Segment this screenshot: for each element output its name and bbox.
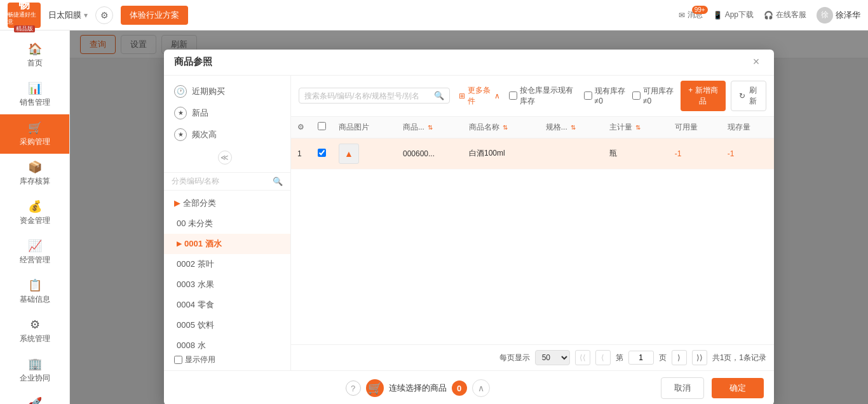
category-search-input[interactable] [172, 177, 273, 185]
search-icon[interactable]: 🔍 [434, 91, 444, 100]
collapse-icon: ∧ [478, 383, 484, 393]
spec-sort-icon: ⇅ [571, 124, 576, 131]
content-area: 查询 设置 刷新 商品参照 × 🕐 [70, 30, 868, 404]
service-nav-item[interactable]: 🎧 在线客服 [764, 10, 806, 20]
home-icon: 🏠 [28, 42, 42, 56]
quick-filter-new[interactable]: ★ 新品 [164, 102, 290, 124]
category-item-00[interactable]: 00 未分类 [164, 213, 290, 234]
sidebar-item-sales[interactable]: 📊 销售管理 [0, 75, 69, 114]
store-selector[interactable]: 日太阳膜 ▾ [48, 10, 88, 21]
store-chevron-icon: ▾ [84, 11, 88, 20]
pagination-bar: 每页显示 50 100 200 ⟨⟨ ⟨ 第 页 ⟩ [291, 344, 774, 370]
by-warehouse-label: 按仓库显示现有库存 [520, 85, 578, 107]
sidebar-item-inventory[interactable]: 📦 库存核算 [0, 154, 69, 193]
sidebar-item-basic[interactable]: 📋 基础信息 [0, 272, 69, 311]
store-name: 日太阳膜 [48, 10, 81, 21]
row-image: ▲ [332, 138, 397, 169]
top-navbar: 畅 畅捷通好生意 精品版 日太阳膜 ▾ ⚙ 体验行业方案 ✉ 消息 99+ 📱 … [0, 0, 868, 30]
table-refresh-button[interactable]: ↻ 刷新 [731, 81, 766, 111]
cancel-button[interactable]: 取消 [661, 377, 704, 399]
modal-close-button[interactable]: × [749, 55, 764, 70]
show-stopped-area: 显示停用 [164, 354, 290, 370]
settings-icon[interactable]: ⚙ [95, 6, 113, 24]
top-nav-right: ✉ 消息 99+ 📱 App下载 🎧 在线客服 徐 徐泽华 [679, 7, 860, 24]
sidebar-label-operation: 经营管理 [20, 255, 50, 266]
user-name: 徐泽华 [836, 10, 860, 21]
col-code: 商品... ⇅ [397, 117, 463, 138]
total-info: 共1页，1条记录 [712, 353, 766, 363]
row-available: -1 [668, 138, 721, 169]
available-ne0-checkbox[interactable] [584, 91, 592, 100]
sidebar-item-system[interactable]: ⚙ 系统管理 [0, 311, 69, 351]
category-item-0005[interactable]: 0005 饮料 [164, 315, 290, 335]
page-label: 第 [616, 353, 623, 363]
page-size-select[interactable]: 50 100 200 [535, 350, 570, 365]
sidebar-item-finance[interactable]: 💰 资金管理 [0, 193, 69, 232]
next-page-button[interactable]: ⟩ [672, 350, 687, 365]
page-number-input[interactable] [628, 351, 654, 365]
prev-page-button[interactable]: ⟨ [595, 350, 611, 365]
last-page-button[interactable]: ⟩⟩ [692, 350, 707, 365]
col-available: 可用量 [668, 117, 721, 138]
cart-icon[interactable]: 🛒 [366, 379, 384, 397]
category-search-icon[interactable]: 🔍 [273, 177, 283, 186]
by-warehouse-checkbox[interactable] [509, 91, 517, 100]
service-icon: 🎧 [764, 11, 773, 20]
table-header-row: ⚙ 商品图片 商品... ⇅ 商品名称 [291, 117, 774, 138]
collapse-footer-button[interactable]: ∧ [472, 379, 490, 397]
sidebar-item-purchase[interactable]: 🛒 采购管理 [0, 114, 69, 154]
category-item-all[interactable]: ▶ 全部分类 [164, 193, 290, 213]
operation-icon: 📈 [28, 239, 42, 253]
available-ne0-checkbox-group[interactable]: 现有库存≠0 [584, 86, 627, 105]
usable-ne0-checkbox-group[interactable]: 可用库存≠0 [632, 86, 675, 105]
purchase-icon: 🛒 [28, 121, 42, 135]
refresh-icon: ↻ [739, 91, 745, 100]
filter-icon: ⊞ [459, 91, 465, 100]
quick-filter-recent[interactable]: 🕐 近期购买 [164, 81, 290, 102]
quick-filter-frequent[interactable]: ★ 频次高 [164, 124, 290, 145]
quick-filter-new-label: 新品 [192, 107, 208, 119]
confirm-button[interactable]: 确定 [712, 378, 764, 398]
toolbar-right: + 新增商品 ↻ 刷新 [681, 81, 766, 111]
table-row[interactable]: 1 ▲ 000600... 白酒100ml 瓶 [291, 138, 774, 169]
category-item-0003[interactable]: 0003 水果 [164, 274, 290, 295]
help-button[interactable]: ? [346, 380, 361, 396]
right-content-panel: 🔍 ⊞ 更多条件 ∧ 按仓库显示现有库存 [291, 76, 774, 370]
row-select-checkbox[interactable] [318, 149, 326, 157]
user-nav-item[interactable]: 徐 徐泽华 [817, 7, 860, 24]
show-stopped-checkbox[interactable] [174, 356, 182, 364]
add-product-button[interactable]: + 新增商品 [681, 81, 725, 111]
main-layout: 🏠 首页 📊 销售管理 🛒 采购管理 📦 库存核算 💰 资金管理 📈 经营管理 … [0, 30, 868, 404]
modal-footer: ? 🛒 连续选择的商品 0 ∧ 取消 确定 [164, 370, 774, 404]
product-search-input[interactable] [304, 91, 431, 100]
category-item-0004[interactable]: 0004 零食 [164, 295, 290, 315]
usable-ne0-checkbox[interactable] [632, 91, 641, 100]
selected-count-badge: 0 [452, 380, 467, 396]
finance-icon: 💰 [28, 199, 42, 213]
trial-button[interactable]: 体验行业方案 [121, 6, 188, 25]
category-item-0001[interactable]: ▶ 0001 酒水 [164, 234, 290, 254]
product-search-box: 🔍 [299, 88, 450, 104]
app-download-nav-item[interactable]: 📱 App下载 [713, 10, 754, 20]
sidebar-label-purchase: 采购管理 [20, 137, 50, 147]
name-sort-icon: ⇅ [503, 124, 508, 131]
collapse-panel-button[interactable]: ≪ [218, 151, 232, 165]
message-nav-item[interactable]: ✉ 消息 99+ [679, 10, 703, 20]
more-filters-button[interactable]: ⊞ 更多条件 ∧ [455, 83, 504, 109]
first-page-button[interactable]: ⟨⟨ [575, 350, 590, 365]
row-num: 1 [291, 138, 311, 169]
sidebar-item-operation[interactable]: 📈 经营管理 [0, 232, 69, 272]
by-warehouse-checkbox-group[interactable]: 按仓库显示现有库存 [509, 85, 578, 107]
show-stopped-label: 显示停用 [185, 354, 215, 365]
message-badge: 99+ [692, 6, 708, 14]
sidebar-item-home[interactable]: 🏠 首页 [0, 36, 69, 75]
category-list: ▶ 全部分类 00 未分类 ▶ 0001 酒水 0002 茶 [164, 191, 290, 354]
category-item-0002[interactable]: 0002 茶叶 [164, 254, 290, 274]
table-toolbar: 🔍 ⊞ 更多条件 ∧ 按仓库显示现有库存 [291, 76, 774, 117]
sidebar-item-enterprise[interactable]: 🏢 企业协同 [0, 351, 69, 390]
quick-filter-frequent-label: 频次高 [192, 129, 217, 140]
sidebar-item-guide[interactable]: 🚀 新手引导 [0, 390, 69, 404]
category-item-0008[interactable]: 0008 水 [164, 335, 290, 354]
select-all-checkbox[interactable] [318, 122, 326, 130]
code-sort-icon: ⇅ [428, 124, 433, 131]
